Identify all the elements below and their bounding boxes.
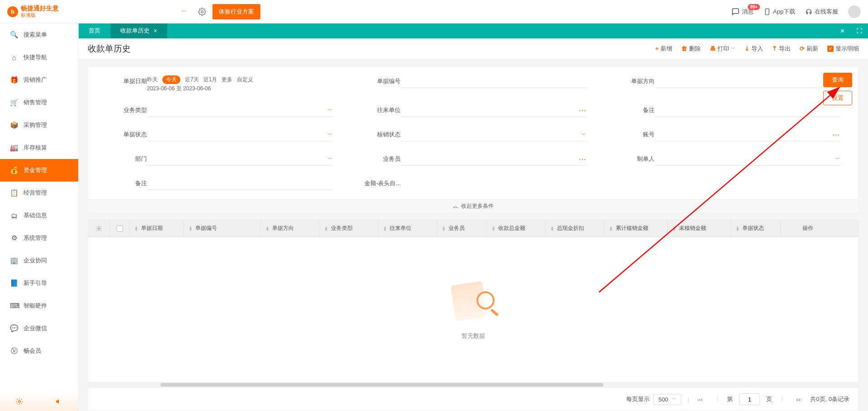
per-page-select[interactable]: 500 ﹀ bbox=[653, 394, 681, 405]
column-label: 业务类型 bbox=[331, 224, 353, 232]
date-quick-last7[interactable]: 近7天 bbox=[185, 76, 199, 84]
sidebar-item-newbie[interactable]: 📘新手引导 bbox=[0, 272, 78, 294]
topbar-right-tools: 消息 99+ App下载 在线客服 bbox=[731, 5, 861, 18]
gear-icon[interactable] bbox=[16, 398, 23, 405]
date-quick-more[interactable]: 更多 bbox=[222, 76, 232, 84]
sidebar-item-gift[interactable]: 🎁营销推广 bbox=[0, 69, 78, 91]
sidebar-item-label: 基础信息 bbox=[24, 211, 47, 220]
page-prev-button[interactable]: 〈 bbox=[711, 395, 721, 403]
empty-text: 暂无数据 bbox=[462, 332, 485, 340]
chevron-down-icon: ﹀ bbox=[731, 46, 736, 52]
chevron-down-icon: ﹀ bbox=[672, 396, 676, 402]
date-quick-custom[interactable]: 自定义 bbox=[237, 76, 253, 84]
account-picker[interactable]: ··· bbox=[655, 129, 840, 141]
settings-icon[interactable] bbox=[198, 8, 206, 16]
tab-1[interactable]: 收款单历史✕ bbox=[110, 23, 167, 38]
refresh-button[interactable]: ⟳刷新 bbox=[800, 45, 818, 53]
hexiao-status-select[interactable]: ﹀ bbox=[401, 129, 586, 141]
sidebar-item-label: 新手引导 bbox=[24, 279, 47, 287]
column-header[interactable]: ▲▼收款总金额 bbox=[487, 220, 546, 237]
sidebar-item-system[interactable]: ⚙系统管理 bbox=[0, 227, 78, 249]
show-detail-toggle[interactable]: ✓显示明细 bbox=[827, 45, 859, 53]
column-header[interactable]: ▲▼总现金折扣 bbox=[546, 220, 604, 237]
add-button[interactable]: +新增 bbox=[655, 45, 672, 53]
filter-account: 账号 ··· bbox=[605, 129, 840, 141]
column-header[interactable]: ▲▼往来单位 bbox=[378, 220, 437, 237]
horizontal-scrollbar[interactable] bbox=[88, 382, 859, 388]
doc-status-select[interactable]: ﹀ bbox=[147, 129, 333, 141]
checkbox-checked-icon: ✓ bbox=[827, 46, 834, 52]
sidebar-item-home[interactable]: ⌂快捷导航 bbox=[0, 46, 78, 69]
export-icon: ⤒ bbox=[772, 45, 777, 52]
search-button[interactable]: 查询 bbox=[823, 73, 852, 87]
industry-plan-button[interactable]: 体验行业方案 bbox=[212, 4, 260, 19]
column-label: 收款总金额 bbox=[498, 224, 525, 232]
sidebar-item-label: 企业微信 bbox=[24, 324, 47, 332]
dept-select[interactable]: ﹀ bbox=[147, 153, 333, 166]
page-first-button[interactable]: ⏮ bbox=[695, 396, 705, 403]
amount-head-input[interactable] bbox=[401, 177, 586, 190]
page-input[interactable] bbox=[739, 393, 760, 405]
import-button[interactable]: ⤓导入 bbox=[745, 45, 763, 53]
tab-close-button[interactable]: ✕ bbox=[834, 23, 851, 38]
remark-input[interactable] bbox=[655, 104, 840, 117]
company-selector[interactable]: ﹀ bbox=[79, 8, 192, 16]
sidebar-footer bbox=[0, 392, 78, 411]
remark2-input[interactable] bbox=[147, 177, 333, 190]
sidebar-item-hw[interactable]: ⌨智能硬件 bbox=[0, 294, 78, 317]
biz-type-select[interactable]: ﹀ bbox=[147, 104, 333, 117]
column-header[interactable]: ▲▼单据方向 bbox=[261, 220, 320, 237]
sidebar-item-data[interactable]: 🗂基础信息 bbox=[0, 204, 78, 227]
support-button[interactable]: 在线客服 bbox=[805, 8, 838, 16]
sort-icon: ▲▼ bbox=[265, 226, 269, 231]
filter-settings-button[interactable]: 设置 bbox=[823, 91, 852, 105]
page-next-button[interactable]: 〉 bbox=[778, 395, 788, 403]
column-header[interactable]: ▲▼单据状态 bbox=[731, 220, 781, 237]
collapse-filter-button[interactable]: ︽ 收起更多条件 bbox=[88, 199, 859, 213]
sidebar-item-label: 销售管理 bbox=[24, 98, 47, 107]
sidebar-item-money[interactable]: 💰资金管理 bbox=[0, 159, 78, 182]
partner-picker[interactable]: ··· bbox=[401, 104, 586, 117]
sidebar-item-box[interactable]: 📦采购管理 bbox=[0, 114, 78, 136]
page-last-button[interactable]: ⏭ bbox=[794, 396, 804, 403]
column-header[interactable]: ▲▼单据编号 bbox=[184, 220, 261, 237]
user-avatar[interactable] bbox=[848, 5, 861, 18]
column-header[interactable]: 操作 bbox=[781, 220, 835, 237]
date-quick-last1m[interactable]: 近1月 bbox=[203, 76, 217, 84]
tab-0[interactable]: 首页 bbox=[79, 23, 110, 38]
date-quick-today[interactable]: 今天 bbox=[162, 75, 180, 84]
column-header[interactable]: ▲▼业务类型 bbox=[320, 220, 378, 237]
sidebar-item-ledger[interactable]: 📋经营管理 bbox=[0, 182, 78, 204]
date-quick-yesterday[interactable]: 昨天 bbox=[147, 76, 158, 84]
sidebar-item-warehouse[interactable]: 🏭库存核算 bbox=[0, 136, 78, 159]
select-all-checkbox[interactable] bbox=[110, 220, 130, 237]
sort-icon: ▲▼ bbox=[134, 226, 138, 231]
doc-no-input[interactable] bbox=[401, 75, 586, 88]
export-button[interactable]: ⤒导出 bbox=[772, 45, 791, 53]
delete-button[interactable]: 🗑删除 bbox=[681, 45, 701, 53]
sidebar-item-cart[interactable]: 🛒销售管理 bbox=[0, 91, 78, 114]
sidebar-item-wecom[interactable]: 💬企业微信 bbox=[0, 317, 78, 340]
app-download-button[interactable]: App下载 bbox=[764, 8, 795, 16]
column-header[interactable]: ▲▼累计核销金额 bbox=[604, 220, 668, 237]
operator-picker[interactable]: ··· bbox=[401, 153, 586, 166]
column-header[interactable]: ▲▼业务员 bbox=[437, 220, 487, 237]
sidebar-item-search[interactable]: 🔍搜索菜单 bbox=[0, 23, 78, 46]
sort-icon: ▲▼ bbox=[491, 226, 495, 231]
sidebar-item-label: 搜索菜单 bbox=[24, 31, 47, 39]
sort-icon: ▲▼ bbox=[189, 226, 193, 231]
column-header[interactable]: ▲▼未核销金额 bbox=[668, 220, 731, 237]
close-icon[interactable]: ✕ bbox=[153, 28, 157, 34]
column-settings-button[interactable] bbox=[88, 220, 110, 237]
tab-fullscreen-button[interactable] bbox=[851, 23, 868, 38]
sidebar-item-coop[interactable]: 🏢企业协同 bbox=[0, 249, 78, 272]
print-button[interactable]: 🖶打印﹀ bbox=[710, 45, 736, 53]
volume-icon[interactable] bbox=[55, 398, 62, 405]
creator-select[interactable]: ﹀ bbox=[655, 153, 840, 166]
page-actions: +新增 🗑删除 🖶打印﹀ ⤓导入 ⤒导出 ⟳刷新 ✓显示明细 bbox=[655, 45, 859, 53]
messages-button[interactable]: 消息 99+ bbox=[731, 8, 754, 16]
column-header[interactable]: ▲▼单据日期 bbox=[130, 220, 184, 237]
direction-select[interactable]: ﹀ bbox=[655, 75, 840, 88]
sidebar-item-vip[interactable]: Ⓥ畅会员 bbox=[0, 340, 78, 362]
plus-icon: + bbox=[655, 45, 659, 52]
